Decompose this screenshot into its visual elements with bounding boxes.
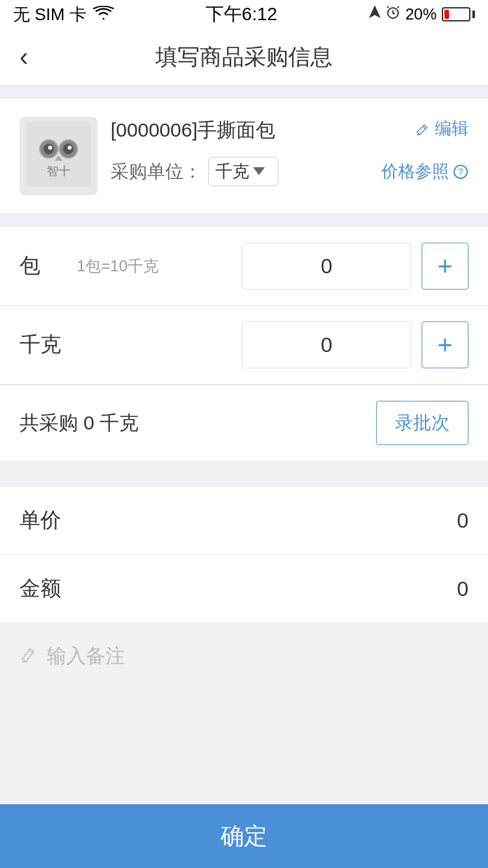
unit-price-value: 0 — [457, 509, 468, 533]
bag-plus-button[interactable]: + — [422, 243, 468, 290]
battery-percentage: 20% — [405, 5, 437, 23]
nav-bar: ‹ 填写商品采购信息 — [0, 29, 488, 86]
pencil-icon — [20, 645, 38, 668]
product-name: [0000006]手撕面包 — [111, 117, 275, 144]
svg-point-12 — [68, 146, 72, 150]
bag-label: 包 — [20, 252, 72, 280]
svg-line-4 — [387, 7, 388, 8]
product-header: [0000006]手撕面包 编辑 — [111, 117, 468, 144]
total-text: 共采购 0 千克 — [20, 410, 139, 437]
status-time: 下午6:12 — [206, 2, 278, 27]
product-image: 智十 — [20, 117, 98, 195]
product-logo: 智十 — [26, 122, 91, 191]
bag-quantity-input[interactable] — [242, 243, 411, 290]
product-info: [0000006]手撕面包 编辑 采购单位： 千克 — [111, 117, 468, 186]
remark-section[interactable]: 输入备注 — [0, 623, 488, 688]
bag-sublabel: 1包=10千克 — [77, 256, 159, 277]
total-row: 共采购 0 千克 录批次 — [0, 385, 488, 461]
unit-price-label: 单价 — [20, 506, 61, 535]
section-divider-1 — [0, 214, 488, 227]
product-card: 智十 [0000006]手撕面包 编辑 采购单位： 千克 — [0, 99, 488, 214]
battery-icon — [442, 7, 475, 21]
price-ref-button[interactable]: 价格参照 ? — [381, 160, 468, 183]
unit-label: 采购单位： — [111, 159, 202, 184]
alarm-icon — [386, 5, 400, 23]
status-bar: 无 SIM 卡 下午6:12 20% — [0, 0, 488, 29]
amount-label: 金额 — [20, 575, 61, 603]
kg-quantity-input[interactable] — [242, 321, 411, 368]
page-title: 填写商品采购信息 — [156, 42, 332, 72]
kg-label: 千克 — [20, 331, 72, 359]
bag-input-row: 包 1包=10千克 + — [0, 227, 488, 306]
back-button[interactable]: ‹ — [20, 42, 28, 72]
product-unit-row: 采购单位： 千克 价格参照 ? — [111, 157, 468, 186]
svg-point-11 — [48, 146, 52, 150]
kg-input-row: 千克 + — [0, 306, 488, 385]
section-divider-2 — [0, 461, 488, 474]
unit-price-row: 单价 0 — [0, 487, 488, 555]
status-right: 20% — [369, 5, 475, 23]
sim-status: 无 SIM 卡 — [13, 3, 87, 26]
wifi-icon — [93, 5, 114, 25]
svg-text:?: ? — [458, 167, 463, 177]
edit-button[interactable]: 编辑 — [415, 117, 468, 140]
svg-line-15 — [423, 126, 426, 129]
record-batch-button[interactable]: 录批次 — [376, 401, 468, 445]
unit-select[interactable]: 千克 — [208, 157, 278, 186]
svg-marker-17 — [253, 167, 265, 175]
status-left: 无 SIM 卡 — [13, 3, 114, 26]
svg-marker-0 — [369, 5, 381, 18]
amount-value: 0 — [457, 577, 468, 601]
confirm-button[interactable]: 确定 — [0, 804, 488, 868]
svg-text:智十: 智十 — [47, 165, 70, 178]
input-section: 包 1包=10千克 + 千克 + — [0, 227, 488, 385]
location-icon — [369, 5, 381, 23]
kg-plus-button[interactable]: + — [422, 321, 468, 368]
remark-placeholder: 输入备注 — [47, 643, 125, 670]
kg-input-controls: + — [242, 321, 468, 368]
svg-line-5 — [398, 7, 399, 8]
price-section: 单价 0 金额 0 — [0, 487, 488, 623]
amount-row: 金额 0 — [0, 555, 488, 623]
bag-input-controls: + — [242, 243, 468, 290]
